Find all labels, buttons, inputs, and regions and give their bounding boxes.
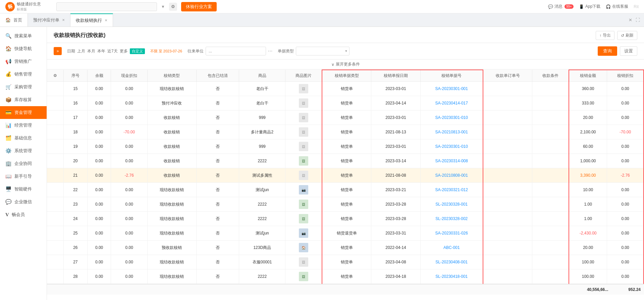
tab-home[interactable]: 🏠 首页 (0, 13, 28, 27)
filter-settings-button[interactable]: 设置 (620, 46, 637, 56)
expand-more-bar[interactable]: ∨ 展开更多条件 (47, 59, 644, 70)
bill-no-link[interactable]: SA-20230314-008 (435, 159, 468, 163)
bill-no-link[interactable]: SA-20230331-026 (435, 231, 468, 235)
sidebar-item-operations[interactable]: 📊 经营管理 (0, 119, 47, 132)
sidebar-item-quick-nav[interactable]: 🏠 快捷导航 (0, 42, 47, 55)
cell-include-settled: 否 (197, 96, 239, 111)
tab-prepay[interactable]: 预付冲应付单 ✕ (28, 13, 70, 27)
bill-no-link[interactable]: SA-20210813-001 (435, 130, 468, 134)
sidebar-item-search[interactable]: 🔍 搜索菜单 (0, 30, 47, 42)
sidebar-item-guide[interactable]: 📖 新手引导 (0, 170, 47, 183)
sidebar-item-system[interactable]: ⚙️ 系统管理 (0, 144, 47, 157)
sidebar-item-marketing[interactable]: 📢 营销推广 (0, 55, 47, 68)
filter-expand-button[interactable]: » (54, 47, 62, 55)
cell-actions (47, 139, 64, 154)
cell-writeoff-amount: 20.00 (569, 241, 607, 255)
cell-receipt-order-no (483, 125, 532, 139)
filter-custom-badge[interactable]: 自定义 (130, 48, 145, 54)
cell-bill-date: 2023-03-01 (371, 139, 420, 154)
cell-writeoff-discount: 0.00 (607, 255, 644, 269)
sidebar-item-enterprise[interactable]: 🏢 企业协同 (0, 157, 47, 170)
cell-balance: 0.00 (87, 111, 111, 125)
bill-no-link[interactable]: SL-20230418-001 (435, 274, 468, 279)
app-download-button[interactable]: 📱 App下载 (579, 4, 600, 9)
table-row: 210.00-2.76收款核销否测试多属性🖼销货单2021-08-08SA-20… (47, 168, 644, 183)
bill-no-link[interactable]: SA-20210808-001 (435, 173, 468, 178)
sidebar-item-sales[interactable]: 💰 销售管理 (0, 68, 47, 81)
cell-writeoff-type: 收款核销 (147, 154, 196, 168)
online-service-button[interactable]: 🎧 在线客服 (606, 4, 628, 9)
sidebar-item-wechat[interactable]: 💬 企业微信 (0, 196, 47, 208)
sidebar-item-member[interactable]: V 畅会员 (0, 208, 47, 221)
sidebar-item-inventory[interactable]: 📦 库存核算 (0, 93, 47, 106)
table-row: 190.000.00收款核销否999🖼销货单2023-03-01SA-20230… (47, 139, 644, 154)
bill-type-select[interactable] (296, 47, 350, 55)
cell-bill-date: 2021-08-08 (371, 168, 420, 183)
partner-more-icon[interactable]: ··· (268, 48, 272, 54)
col-settings[interactable]: ⚙ (47, 70, 64, 82)
bill-no-link[interactable]: SA-20230301-010 (435, 144, 468, 149)
cell-writeoff-discount: 0.00 (607, 269, 644, 284)
data-table: ⚙ 序号 余额 现金折扣 核销类型 包含已结清 商品 商品图片 核销单据类型 核… (47, 70, 644, 284)
sidebar-item-purchase[interactable]: 🛒 采购管理 (0, 81, 47, 93)
window-close-icon[interactable]: ✕ (629, 17, 632, 23)
filter-last7[interactable]: 近7天 (107, 48, 118, 54)
finance-icon: 💳 (5, 110, 12, 116)
cell-product: 2222 (239, 269, 285, 284)
industry-solution-button[interactable]: 休验行业方案 (181, 2, 217, 11)
tab-receipt-close-icon[interactable]: ✕ (105, 18, 107, 22)
cell-balance: 0.00 (87, 139, 111, 154)
bill-no-link[interactable]: SA-20230301-010 (435, 115, 468, 120)
notifications-button[interactable]: 💬 消息 99+ (548, 4, 574, 9)
partner-input[interactable] (206, 47, 266, 55)
filter-actions: 查询 设置 (598, 46, 637, 56)
bill-no-link[interactable]: SA-20230301-001 (435, 86, 468, 91)
bill-no-link[interactable]: SL-20230328-002 (435, 216, 468, 221)
cell-receipt-condition (532, 197, 569, 212)
window-maximize-icon[interactable]: ⛶ (636, 17, 640, 23)
cell-index: 22 (64, 183, 88, 197)
dropdown-arrow-icon[interactable]: ▼ (161, 4, 165, 9)
bill-no-link[interactable]: SL-20230328-001 (435, 202, 468, 207)
data-table-container: ⚙ 序号 余额 现金折扣 核销类型 包含已结清 商品 商品图片 核销单据类型 核… (47, 70, 644, 300)
cell-bill-no: SA-20230314-008 (420, 154, 483, 168)
system-icon: ⚙️ (5, 148, 12, 154)
cell-bill-date: 2023-03-14 (371, 154, 420, 168)
search-input[interactable] (56, 2, 157, 11)
filter-last-month[interactable]: 上月 (77, 48, 85, 54)
cell-include-settled: 否 (197, 154, 239, 168)
bill-no-link[interactable]: ABC-001 (443, 245, 460, 250)
cell-balance: 0.00 (87, 269, 111, 284)
refresh-button[interactable]: ↺ 刷新 (617, 31, 637, 40)
sidebar-item-finance[interactable]: 💳 资金管理 (0, 106, 47, 119)
bill-no-link[interactable]: SA-20230414-017 (435, 101, 468, 105)
cell-receipt-order-no (483, 96, 532, 111)
cell-bill-type: 销货单 (322, 241, 371, 255)
filter-this-year[interactable]: 本年 (97, 48, 105, 54)
settings-icon[interactable]: ⚙ (169, 3, 177, 11)
filter-more[interactable]: 更多 (120, 48, 128, 54)
cell-receipt-order-no (483, 255, 532, 269)
filter-this-month[interactable]: 本月 (87, 48, 95, 54)
cell-include-settled: 否 (197, 139, 239, 154)
tab-receipt[interactable]: 收款核销执行 ✕ (70, 13, 113, 27)
cell-writeoff-amount: 20.00 (569, 111, 607, 125)
bill-no-link[interactable]: SA-20230321-012 (435, 187, 468, 192)
sidebar-item-basic[interactable]: 🗂️ 基础信息 (0, 132, 47, 144)
export-button[interactable]: ↑ 导出 (596, 31, 614, 40)
cell-bill-type: 销货单 (322, 111, 371, 125)
wechat-icon: 💬 (5, 199, 12, 205)
sidebar-item-hardware[interactable]: 🖥️ 智能硬件 (0, 183, 47, 196)
query-button[interactable]: 查询 (598, 46, 617, 56)
cell-receipt-condition (532, 96, 569, 111)
cell-receipt-condition (532, 255, 569, 269)
cell-index: 25 (64, 226, 88, 241)
col-bill-date: 核销单报日期 (371, 70, 420, 82)
cell-writeoff-type: 预付冲应收 (147, 96, 196, 111)
footer-writeoff-amount: 40,556,66... (587, 287, 608, 292)
bill-no-link[interactable]: SL-20230408-001 (435, 260, 468, 264)
tab-prepay-close-icon[interactable]: ✕ (62, 18, 65, 22)
table-row: 170.000.00收款核销否999🖼销货单2023-03-01SA-20230… (47, 111, 644, 125)
cell-bill-date: 2021-08-13 (371, 125, 420, 139)
table-settings-icon[interactable]: ⚙ (53, 73, 57, 78)
